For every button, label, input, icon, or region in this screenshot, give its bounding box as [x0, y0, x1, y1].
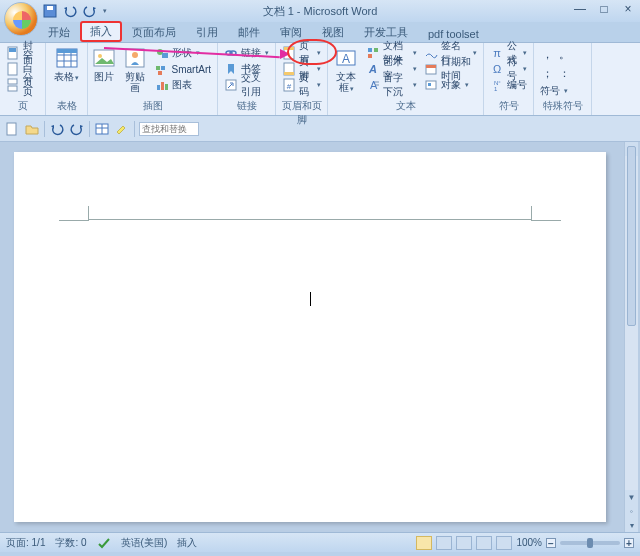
- svg-text:1: 1: [494, 86, 498, 92]
- table-button[interactable]: 表格: [50, 45, 83, 85]
- textbox-icon: A: [335, 47, 357, 69]
- ribbon: 封面 空白页 分页 页 表格 表格 图片 剪贴画 形状: [0, 42, 640, 116]
- annotation-arrow-head: [280, 49, 290, 59]
- svg-rect-12: [57, 49, 77, 53]
- tab-home[interactable]: 开始: [38, 23, 80, 42]
- zoom-out-button[interactable]: −: [546, 538, 556, 548]
- title-bar: 文档 1 - Microsoft Word — □ ×: [0, 0, 640, 22]
- group-links-label: 链接: [222, 99, 271, 113]
- undo-icon[interactable]: [62, 3, 78, 19]
- sym-colon[interactable]: ：: [559, 66, 570, 81]
- dropcap-icon: A: [366, 78, 380, 92]
- view-print-layout[interactable]: [416, 536, 432, 550]
- svg-text:π: π: [493, 47, 501, 59]
- svg-rect-36: [368, 48, 372, 52]
- close-button[interactable]: ×: [616, 0, 640, 18]
- header-boundary: [88, 206, 532, 220]
- vertical-scrollbar[interactable]: ▲ ▼ ◦ ▾: [624, 142, 638, 532]
- crossref-icon: [224, 78, 238, 92]
- sigline-icon: [424, 46, 438, 60]
- zoom-slider-thumb[interactable]: [587, 538, 593, 548]
- highlight-icon[interactable]: [114, 121, 130, 137]
- view-full-screen[interactable]: [436, 536, 452, 550]
- shapes-icon: [155, 46, 169, 60]
- pagenum-icon: #: [282, 78, 296, 92]
- svg-rect-51: [7, 123, 16, 135]
- zoom-slider[interactable]: [560, 541, 620, 545]
- number-button[interactable]: N°1编号: [488, 77, 529, 93]
- object-button[interactable]: 对象: [422, 77, 479, 93]
- document-page[interactable]: [14, 152, 606, 522]
- status-spellcheck-icon[interactable]: [97, 536, 111, 550]
- svg-rect-6: [8, 86, 17, 91]
- redo-icon[interactable]: [82, 3, 98, 19]
- symbol-button[interactable]: Ω符号: [488, 61, 529, 77]
- cover-page-icon: [6, 46, 20, 60]
- qat-customize-dropdown[interactable]: [102, 3, 118, 19]
- cross-reference-button[interactable]: 交叉引用: [222, 77, 271, 93]
- svg-rect-23: [161, 82, 164, 90]
- undo2-icon[interactable]: [49, 121, 65, 137]
- svg-point-14: [98, 54, 102, 58]
- picture-button[interactable]: 图片: [92, 45, 117, 84]
- scroll-thumb[interactable]: [627, 146, 636, 326]
- group-special-symbols: ， 。 ； ： 符号 特殊符号: [534, 43, 592, 115]
- scroll-down-arrow[interactable]: ▼: [625, 490, 638, 504]
- tab-mailings[interactable]: 邮件: [228, 23, 270, 42]
- svg-text:Ω: Ω: [493, 63, 501, 75]
- status-page[interactable]: 页面: 1/1: [6, 536, 45, 550]
- svg-rect-20: [161, 66, 165, 70]
- picture-icon: [93, 47, 115, 69]
- svg-text:A: A: [368, 63, 377, 75]
- sym-comma[interactable]: ，: [542, 47, 553, 62]
- smartart-icon: [155, 62, 169, 76]
- tab-view[interactable]: 视图: [312, 23, 354, 42]
- dropcap-button[interactable]: A首字下沉: [364, 77, 419, 93]
- status-mode[interactable]: 插入: [177, 536, 197, 550]
- datetime-button[interactable]: 日期和时间: [422, 61, 479, 77]
- minimize-button[interactable]: —: [568, 0, 592, 18]
- clipart-button[interactable]: 剪贴画: [120, 45, 150, 95]
- status-blank: [207, 536, 217, 550]
- group-tables: 表格 表格: [46, 43, 88, 115]
- svg-text:A: A: [342, 52, 350, 66]
- status-words[interactable]: 字数: 0: [55, 536, 86, 550]
- table2-icon[interactable]: [94, 121, 110, 137]
- page-break-icon: [6, 78, 20, 92]
- sym-semicolon[interactable]: ；: [542, 66, 553, 81]
- secondary-toolbar: [0, 116, 640, 142]
- status-bar: 页面: 1/1 字数: 0 英语(美国) 插入 100% − +: [0, 532, 640, 552]
- maximize-button[interactable]: □: [592, 0, 616, 18]
- open-icon[interactable]: [24, 121, 40, 137]
- zoom-in-button[interactable]: +: [624, 538, 634, 548]
- group-special-label: 特殊符号: [538, 99, 587, 113]
- view-draft[interactable]: [496, 536, 512, 550]
- more-symbols-button[interactable]: 符号: [538, 83, 574, 99]
- datetime-icon: [424, 62, 438, 76]
- svg-rect-31: [284, 72, 294, 75]
- redo2-icon[interactable]: [69, 121, 85, 137]
- office-button[interactable]: [4, 2, 38, 36]
- view-outline[interactable]: [476, 536, 492, 550]
- view-web-layout[interactable]: [456, 536, 472, 550]
- prev-page-icon[interactable]: ◦: [625, 504, 638, 518]
- tab-insert[interactable]: 插入: [80, 21, 122, 42]
- chart-button[interactable]: 图表: [153, 77, 213, 93]
- page-number-button[interactable]: #页码: [280, 77, 323, 93]
- window-title: 文档 1 - Microsoft Word: [263, 4, 378, 19]
- page-break-button[interactable]: 分页: [4, 77, 41, 93]
- next-page-icon[interactable]: ▾: [625, 518, 638, 532]
- svg-rect-37: [374, 48, 378, 52]
- find-replace-input[interactable]: [139, 122, 199, 136]
- textbox-button[interactable]: A 文本框: [332, 45, 361, 96]
- new-doc-icon[interactable]: [4, 121, 20, 137]
- zoom-level[interactable]: 100%: [516, 537, 542, 548]
- svg-rect-38: [368, 54, 372, 58]
- status-language[interactable]: 英语(美国): [121, 536, 168, 550]
- svg-rect-19: [156, 66, 160, 70]
- tab-references[interactable]: 引用: [186, 23, 228, 42]
- sym-period[interactable]: 。: [559, 47, 570, 62]
- smartart-button[interactable]: SmartArt: [153, 61, 213, 77]
- save-icon[interactable]: [42, 3, 58, 19]
- tab-page-layout[interactable]: 页面布局: [122, 23, 186, 42]
